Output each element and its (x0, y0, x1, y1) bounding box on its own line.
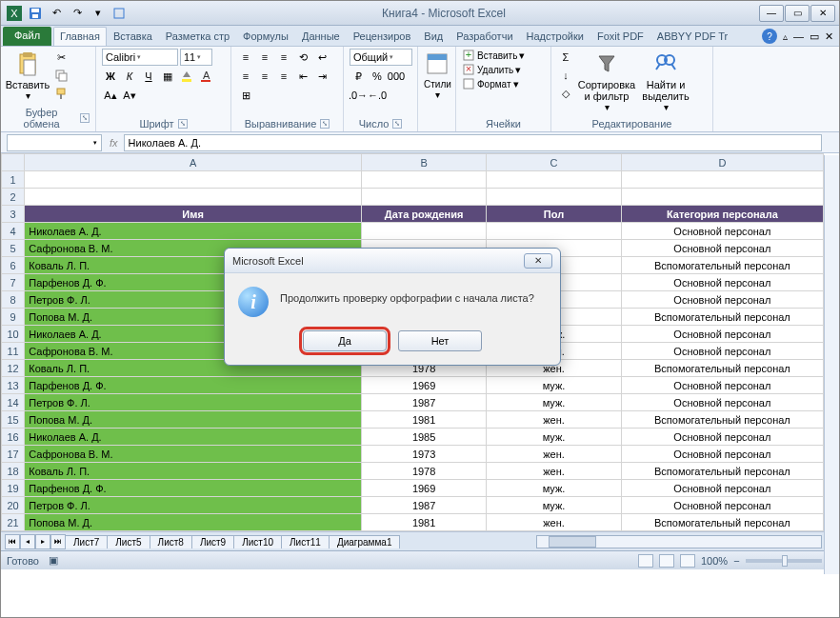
paste-button[interactable]: Вставить▾ (7, 49, 49, 101)
cell-name[interactable]: Николаев А. Д. (25, 223, 362, 240)
col-header-c[interactable]: C (487, 154, 621, 171)
font-name-combo[interactable]: Calibri▾ (102, 49, 178, 66)
cell-name[interactable]: Николаев А. Д. (25, 429, 362, 446)
fill-color-icon[interactable] (178, 68, 195, 85)
cell-name[interactable]: Парфенов Д. Ф. (25, 480, 362, 497)
cell-cat[interactable]: Основной персонал (621, 291, 823, 309)
cell-cat[interactable]: Вспомогательный персонал (621, 309, 823, 326)
alignment-launcher-icon[interactable]: ⤡ (320, 119, 330, 129)
cell-dob[interactable]: 1969 (361, 377, 486, 394)
dialog-yes-button[interactable]: Да (303, 330, 387, 351)
row-header[interactable]: 12 (2, 360, 25, 377)
macro-record-icon[interactable]: ▣ (49, 554, 58, 567)
col-header-b[interactable]: B (361, 154, 486, 171)
view-break-icon[interactable] (680, 554, 695, 568)
row-header[interactable]: 20 (2, 497, 25, 514)
view-layout-icon[interactable] (659, 554, 674, 568)
cell-name[interactable]: Петров Ф. Л. (25, 497, 362, 514)
font-size-combo[interactable]: 11▾ (180, 49, 212, 66)
cell-dob[interactable] (361, 223, 486, 240)
cell-cat[interactable]: Вспомогательный персонал (621, 360, 823, 377)
sort-filter-button[interactable]: Сортировка и фильтр▾ (578, 49, 635, 112)
row-header[interactable]: 11 (2, 343, 25, 360)
fx-icon[interactable]: fx (104, 137, 124, 149)
currency-icon[interactable]: ₽ (350, 68, 367, 85)
ribbon-tab-4[interactable]: Данные (295, 27, 347, 46)
delete-cells-button[interactable]: ×Удалить ▾ (462, 63, 521, 76)
align-left-icon[interactable]: ≡ (237, 68, 254, 85)
dialog-close-button[interactable]: ✕ (524, 253, 552, 269)
orientation-icon[interactable]: ⟲ (294, 49, 311, 66)
zoom-slider[interactable] (746, 559, 822, 563)
row-header[interactable]: 2 (2, 189, 25, 206)
dialog-no-button[interactable]: Нет (398, 330, 482, 351)
indent-dec-icon[interactable]: ⇤ (294, 68, 311, 85)
ribbon-tab-3[interactable]: Формулы (236, 27, 295, 46)
sheet-tab[interactable]: Лист8 (150, 535, 192, 548)
align-right-icon[interactable]: ≡ (275, 68, 292, 85)
font-launcher-icon[interactable]: ⤡ (178, 119, 188, 129)
row-header[interactable]: 4 (2, 223, 25, 240)
row-header[interactable]: 6 (2, 257, 25, 274)
row-header[interactable]: 10 (2, 326, 25, 343)
dialog-titlebar[interactable]: Microsoft Excel ✕ (225, 249, 560, 273)
insert-cells-button[interactable]: +Вставить ▾ (462, 49, 525, 62)
align-center-icon[interactable]: ≡ (256, 68, 273, 85)
cell-name[interactable]: Попова М. Д. (25, 411, 362, 429)
fill-icon[interactable]: ↓ (557, 67, 574, 84)
mdi-restore-icon[interactable]: ▭ (810, 30, 819, 43)
cell-sex[interactable]: муж. (487, 429, 621, 446)
align-top-icon[interactable]: ≡ (237, 49, 254, 66)
cell-dob[interactable]: 1981 (361, 411, 486, 429)
row-header[interactable]: 15 (2, 411, 25, 429)
cell-name[interactable]: Парфенов Д. Ф. (25, 377, 362, 394)
align-mid-icon[interactable]: ≡ (256, 49, 273, 66)
ribbon-tab-7[interactable]: Разработчи (450, 27, 519, 46)
vertical-scrollbar[interactable] (824, 155, 839, 574)
col-header-a[interactable]: A (25, 154, 362, 171)
row-header[interactable]: 8 (2, 291, 25, 309)
cell-sex[interactable]: жен. (487, 514, 621, 531)
cell-dob[interactable]: 1978 (361, 463, 486, 480)
ribbon-tab-8[interactable]: Надстройки (520, 27, 590, 46)
font-color-icon[interactable]: A (197, 68, 214, 85)
select-all-corner[interactable] (2, 154, 25, 171)
cell-dob[interactable]: 1973 (361, 446, 486, 463)
indent-inc-icon[interactable]: ⇥ (313, 68, 330, 85)
format-painter-icon[interactable] (52, 85, 70, 102)
zoom-out-icon[interactable]: − (733, 555, 739, 567)
mdi-minimize-icon[interactable]: — (793, 30, 804, 42)
row-header[interactable]: 21 (2, 514, 25, 531)
row-header[interactable]: 18 (2, 463, 25, 480)
ribbon-minimize-icon[interactable]: ▵ (783, 31, 788, 42)
col-header-d[interactable]: D (621, 154, 823, 171)
cell-cat[interactable]: Основной персонал (621, 429, 823, 446)
cell-sex[interactable]: муж. (487, 497, 621, 514)
help-icon[interactable]: ? (762, 29, 777, 44)
cell-dob[interactable]: 1987 (361, 497, 486, 514)
cell-cat[interactable]: Основной персонал (621, 480, 823, 497)
zoom-level[interactable]: 100% (701, 555, 728, 567)
sheet-tab[interactable]: Лист10 (233, 535, 282, 548)
ribbon-tab-0[interactable]: Главная (53, 27, 107, 46)
maximize-button[interactable]: ▭ (785, 5, 810, 22)
cell-cat[interactable]: Вспомогательный персонал (621, 514, 823, 531)
cell-cat[interactable]: Основной персонал (621, 223, 823, 240)
cell-sex[interactable]: муж. (487, 480, 621, 497)
cell-cat[interactable]: Вспомогательный персонал (621, 463, 823, 480)
merge-icon[interactable]: ⊞ (237, 87, 254, 104)
clipboard-launcher-icon[interactable]: ⤡ (80, 113, 90, 123)
header-dob[interactable]: Дата рождения (361, 206, 486, 223)
border-icon[interactable]: ▦ (159, 68, 176, 85)
cell-cat[interactable]: Основной персонал (621, 446, 823, 463)
styles-button[interactable]: Стили▾ (424, 49, 451, 100)
undo-icon[interactable]: ↶ (47, 4, 66, 23)
cell-cat[interactable]: Основной персонал (621, 326, 823, 343)
wrap-text-icon[interactable]: ↩ (313, 49, 330, 66)
sheet-tab[interactable]: Диаграмма1 (329, 535, 401, 548)
align-bot-icon[interactable]: ≡ (275, 49, 292, 66)
row-header[interactable]: 17 (2, 446, 25, 463)
cell-cat[interactable]: Основной персонал (621, 240, 823, 257)
cell-cat[interactable]: Основной персонал (621, 377, 823, 394)
ribbon-tab-5[interactable]: Рецензиров (347, 27, 418, 46)
